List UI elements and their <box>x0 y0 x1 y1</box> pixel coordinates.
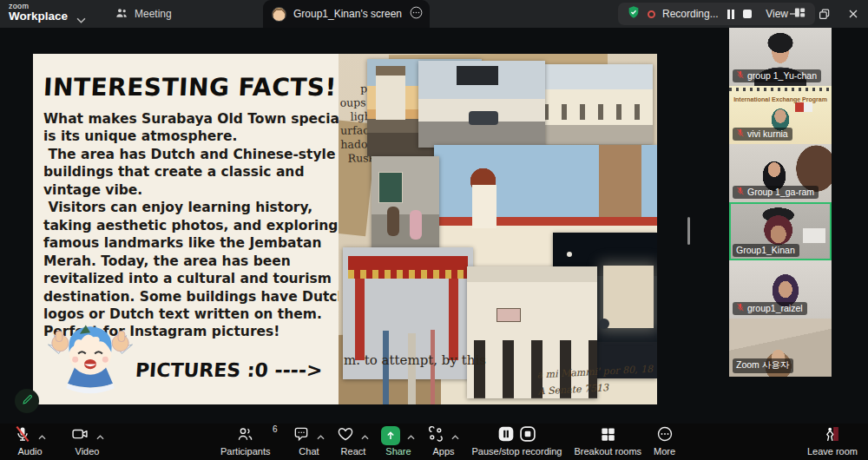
logo-line2: Workplace <box>9 10 68 23</box>
recording-label: Recording... <box>662 8 719 20</box>
mic-muted-icon <box>736 187 745 197</box>
panel-resize-handle[interactable] <box>687 217 690 245</box>
video-button[interactable]: Video <box>70 425 104 457</box>
presentation-slide: INTERESTING FACTS!! What makes Surabaya … <box>33 54 657 404</box>
zoom-workplace-logo: zoom Workplace <box>9 3 68 23</box>
slide-heading: INTERESTING FACTS!! <box>43 73 353 102</box>
leave-door-icon <box>824 425 841 446</box>
leave-room-button[interactable]: Leave room <box>807 425 858 457</box>
photo-people-by-sign <box>372 156 439 253</box>
participant-name-tag: vivi kurnia <box>733 128 792 141</box>
breakout-rooms-label: Breakout rooms <box>574 446 641 457</box>
chat-chevron-icon[interactable] <box>317 428 325 444</box>
video-tile[interactable]: International Exchange Program vivi kurn… <box>729 86 832 144</box>
participant-name: group1_raizel <box>747 303 803 313</box>
annotate-button[interactable] <box>15 389 39 413</box>
camera-icon <box>70 425 89 446</box>
zoom-workplace-window: zoom Workplace Meeting Group1_Kinan's sc… <box>0 0 868 460</box>
leave-room-label: Leave room <box>807 446 858 457</box>
photo-collage: ps oups light urfaces hadows Ruskin it w… <box>339 54 657 404</box>
share-chevron-icon[interactable] <box>407 428 415 444</box>
video-chevron-icon[interactable] <box>96 428 104 444</box>
participant-name-tag: Group1_Kinan <box>733 244 799 257</box>
meeting-people-icon <box>115 6 128 23</box>
apps-button[interactable]: Apps <box>427 425 459 457</box>
chevron-down-icon[interactable] <box>76 11 86 27</box>
participants-icon <box>236 425 254 446</box>
video-tile[interactable]: Zoom 사용자 <box>729 319 832 377</box>
minimize-button[interactable] <box>779 0 809 28</box>
record-dot-icon <box>648 10 655 18</box>
pause-stop-recording-button[interactable]: Pause/stop recording <box>471 425 562 457</box>
avatar <box>272 7 286 22</box>
participants-count-badge: 6 <box>273 424 278 434</box>
close-button[interactable] <box>838 0 868 28</box>
video-tile[interactable]: Group 1_ga-ram <box>729 144 832 202</box>
heart-icon <box>337 425 354 446</box>
audio-chevron-icon[interactable] <box>38 428 46 444</box>
chat-bubble-icon <box>293 425 310 446</box>
participant-name-tag: Group 1_ga-ram <box>733 186 819 199</box>
participant-name: Group1_Kinan <box>736 245 795 255</box>
pictures-label: PICTURES :0 ----> <box>135 359 323 381</box>
pause-recording-icon[interactable] <box>497 425 515 446</box>
breakout-rooms-button[interactable]: Breakout rooms <box>574 425 641 457</box>
pause-stop-recording-label: Pause/stop recording <box>471 446 562 457</box>
shield-check-icon[interactable] <box>627 5 641 23</box>
restore-button[interactable] <box>809 0 838 28</box>
participant-name-tag: Zoom 사용자 <box>733 358 793 373</box>
mic-muted-icon <box>736 70 745 81</box>
meeting-tab-label: Meeting <box>135 8 172 20</box>
tab-shared-screen[interactable]: Group1_Kinan's screen <box>263 0 430 28</box>
chat-label: Chat <box>299 446 319 457</box>
slide-paragraph-1: What makes Surabaya Old Town special is … <box>43 110 352 146</box>
participants-video-strip: group 1_Yu-chan International Exchange P… <box>729 28 832 377</box>
video-label: Video <box>76 446 100 457</box>
participant-name: Group 1_ga-ram <box>747 187 814 197</box>
anime-character-sticker <box>45 314 135 401</box>
book-text-fragment: m. to attempt, by this <box>344 352 486 368</box>
mic-muted-icon <box>736 303 745 313</box>
shared-screen-tab-label: Group1_Kinan's screen <box>293 8 402 20</box>
chat-button[interactable]: Chat <box>293 425 325 457</box>
apps-label: Apps <box>432 446 454 457</box>
more-ellipsis-icon <box>656 425 674 446</box>
window-controls <box>779 0 868 28</box>
breakout-grid-icon <box>600 426 616 446</box>
react-button[interactable]: React <box>337 425 369 457</box>
participants-button[interactable]: 6 Participants <box>220 425 280 457</box>
participant-name-tag: group 1_Yu-chan <box>733 69 821 82</box>
tab-ellipsis-icon[interactable] <box>409 5 424 23</box>
share-screen-icon <box>381 426 400 445</box>
video-tile-active-speaker[interactable]: Group1_Kinan <box>729 202 832 260</box>
photo-colonial-arcade <box>543 64 653 144</box>
participant-name-tag: group1_raizel <box>733 302 807 315</box>
react-label: React <box>341 446 366 457</box>
pencil-icon <box>21 393 34 410</box>
video-tile[interactable]: group 1_Yu-chan <box>729 28 832 86</box>
participants-label: Participants <box>220 446 270 457</box>
pause-recording-icon[interactable] <box>727 10 735 19</box>
mic-muted-icon <box>736 128 745 139</box>
more-label: More <box>654 446 675 457</box>
video-tile[interactable]: group1_raizel <box>729 260 832 319</box>
more-button[interactable]: More <box>654 425 675 457</box>
share-label: Share <box>385 446 411 457</box>
audio-button[interactable]: Audio <box>14 425 46 457</box>
apps-chevron-icon[interactable] <box>451 428 459 444</box>
participant-name: Zoom 사용자 <box>736 359 789 371</box>
virtual-background-text: International Exchange Program <box>729 96 832 102</box>
audio-label: Audio <box>17 446 42 457</box>
react-chevron-icon[interactable] <box>361 428 369 444</box>
share-button[interactable]: Share <box>381 425 415 457</box>
meeting-toolbar: Audio Video 6 Partic <box>0 424 868 460</box>
tab-meeting[interactable]: Meeting <box>108 0 179 28</box>
title-bar: zoom Workplace Meeting Group1_Kinan's sc… <box>0 0 868 28</box>
mic-muted-icon <box>14 425 31 446</box>
slide-text-column: INTERESTING FACTS!! What makes Surabaya … <box>43 73 352 341</box>
handwritten-note: a mi Mammi' por 80, 18 A Senate 7513 <box>536 362 654 400</box>
apps-icon <box>427 425 444 446</box>
slide-paragraph-2: The area has Dutch and Chinese-style bui… <box>43 146 352 199</box>
stop-recording-icon[interactable] <box>519 425 536 446</box>
stop-recording-icon[interactable] <box>743 10 752 18</box>
